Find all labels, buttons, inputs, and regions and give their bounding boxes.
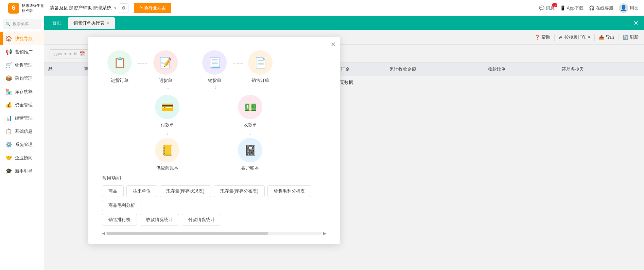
func-btn-payment-stat[interactable]: 付款情况统计 (182, 214, 221, 226)
logo-area: 6 畅康通好生意 标准版 (5, 3, 50, 14)
supplier-ledger-node[interactable]: 📒 供应商账本 (155, 138, 179, 171)
user-button[interactable]: 👤 用友 (619, 3, 639, 13)
search-button[interactable]: 🔍 搜索菜单 (3, 19, 41, 29)
func-buttons-row2: 销售排行榜 收款情况统计 付款情况统计 (102, 214, 326, 226)
app-container: 6 畅康通好生意 标准版 装备及固定资产辅助管理系统 ▾ ⚙ 体验行业方案 💬 … (0, 0, 644, 270)
avatar: 👤 (619, 3, 628, 13)
sidebar-search: 🔍 搜索菜单 (0, 16, 44, 32)
purchase-bill-circle: 📝 (153, 50, 178, 75)
popup-modal: ✕ 📋 进货订单 (88, 37, 340, 244)
func-btn-product[interactable]: 商品 (102, 185, 124, 197)
customer-ledger-node[interactable]: 📓 客户账本 (238, 138, 262, 171)
scroll-container: ◀ ▶ (102, 231, 326, 236)
scroll-left-arrow[interactable]: ◀ (102, 231, 105, 236)
func-btn-stock-dist[interactable]: 现存量(库存分布表) (214, 185, 265, 197)
message-badge: 5 (552, 3, 557, 7)
inventory-icon: 🏪 (5, 88, 12, 95)
content-area: 首页 销售订单执行表 × ✕ ❓ 帮助 🖨 按模板打印 ▾ (44, 16, 644, 270)
sidebar-item-purchase[interactable]: 📦 采购管理 (0, 72, 44, 85)
newbie-icon: 🎓 (5, 168, 12, 174)
func-buttons: 商品 往来单位 现存量(库存状况表) 现存量(库存分布表) 销售毛利分析表 商品… (102, 185, 326, 211)
app-download-button[interactable]: 📱 App下载 (560, 5, 584, 11)
func-btn-product-margin[interactable]: 商品毛利分析 (102, 200, 141, 211)
receipt-node[interactable]: 💵 收款单 (238, 95, 262, 128)
sidebar: 🔍 搜索菜单 🏠 快捷导航 📢 营销推广 🛒 销售管理 📦 采购管理 (0, 16, 44, 270)
settings-button[interactable]: ⚙ (119, 3, 128, 13)
system-name: 装备及固定资产辅助管理系统 (50, 5, 111, 11)
purchase-order-node[interactable]: 📋 进货订单 (107, 50, 132, 84)
business-icon: 📊 (5, 115, 12, 121)
finance-icon: 💰 (5, 102, 12, 108)
quick-nav-icon: 🏠 (5, 35, 12, 42)
func-btn-sales-margin[interactable]: 销售毛利分析表 (267, 185, 311, 197)
payment-node[interactable]: 💳 付款单 (155, 95, 179, 128)
system-title: 装备及固定资产辅助管理系统 ▾ ⚙ 体验行业方案 (50, 3, 539, 13)
scrollbar-track[interactable] (106, 232, 322, 235)
func-btn-stock-status[interactable]: 现存量(库存状况表) (160, 185, 211, 197)
message-button[interactable]: 💬 消息 5 (539, 5, 555, 11)
sales-bill-node[interactable]: 📃 销货单 (202, 50, 227, 84)
main-area: 🔍 搜索菜单 🏠 快捷导航 📢 营销推广 🛒 销售管理 📦 采购管理 (0, 16, 644, 270)
basic-icon: 📋 (5, 128, 12, 134)
chevron-down-icon[interactable]: ▾ (114, 6, 116, 11)
logo-text: 畅康通好生意 标准版 (22, 3, 44, 13)
receipt-label: 收款单 (244, 122, 257, 128)
sidebar-item-newbie[interactable]: 🎓 新手引导 (0, 164, 44, 178)
sidebar-item-business[interactable]: 📊 经营管理 (0, 111, 44, 125)
sales-icon: 🛒 (5, 62, 12, 68)
func-btn-receipt-stat[interactable]: 收款情况统计 (140, 214, 179, 226)
supplier-ledger-label: 供应商账本 (156, 165, 178, 171)
sales-order-node[interactable]: 📄 销售订单 (248, 50, 273, 84)
supplier-ledger-circle: 📒 (155, 138, 179, 162)
marketing-icon: 📢 (5, 49, 12, 55)
online-service-button[interactable]: 🎧 在线客服 (589, 5, 613, 11)
search-icon: 🔍 (5, 22, 11, 26)
cooperation-icon: 🤝 (5, 155, 12, 161)
func-btn-counterparty[interactable]: 往来单位 (126, 185, 157, 197)
payment-circle: 💳 (155, 95, 179, 119)
purchase-order-label: 进货订单 (111, 77, 128, 84)
sales-bill-circle: 📃 (202, 50, 227, 75)
common-func-title: 常用功能 (102, 175, 326, 181)
common-functions: 常用功能 商品 往来单位 现存量(库存状况表) 现存量(库存分布表) 销售毛利分… (102, 175, 326, 226)
sidebar-item-inventory[interactable]: 🏪 库存核算 (0, 85, 44, 98)
scroll-right-arrow[interactable]: ▶ (323, 231, 326, 236)
sidebar-item-system[interactable]: ⚙️ 系统管理 (0, 138, 44, 151)
sidebar-item-finance[interactable]: 💰 资金管理 (0, 98, 44, 111)
scrollbar-thumb[interactable] (106, 232, 268, 235)
sidebar-item-basic[interactable]: 📋 基础信息 (0, 125, 44, 138)
purchase-icon: 📦 (5, 75, 12, 82)
purchase-bill-node[interactable]: 📝 进货单 (153, 50, 178, 84)
popup-overlay: ✕ 📋 进货订单 (44, 16, 644, 270)
customer-ledger-label: 客户账本 (241, 165, 259, 171)
purchase-order-circle: 📋 (107, 50, 132, 75)
sidebar-item-cooperation[interactable]: 🤝 企业协同 (0, 151, 44, 164)
logo-icon: 6 (8, 3, 19, 14)
payment-label: 付款单 (161, 122, 174, 128)
app-icon: 📱 (560, 5, 565, 11)
receipt-circle: 💵 (238, 95, 262, 119)
sidebar-item-quick-nav[interactable]: 🏠 快捷导航 (0, 32, 44, 45)
func-btn-sales-rank[interactable]: 销售排行榜 (102, 214, 137, 226)
sidebar-item-marketing[interactable]: 📢 营销推广 (0, 45, 44, 58)
trial-button[interactable]: 体验行业方案 (134, 3, 171, 13)
top-bar: 6 畅康通好生意 标准版 装备及固定资产辅助管理系统 ▾ ⚙ 体验行业方案 💬 … (0, 0, 644, 16)
sidebar-item-sales[interactable]: 🛒 销售管理 (0, 58, 44, 72)
message-icon: 💬 (539, 5, 544, 11)
purchase-bill-label: 进货单 (159, 77, 172, 84)
system-icon: ⚙️ (5, 141, 12, 148)
top-bar-right: 💬 消息 5 📱 App下载 🎧 在线客服 👤 用友 (539, 3, 639, 13)
customer-ledger-circle: 📓 (238, 138, 262, 162)
sales-order-label: 销售订单 (251, 77, 269, 84)
sales-order-circle: 📄 (248, 50, 273, 75)
service-icon: 🎧 (589, 5, 594, 11)
popup-close-button[interactable]: ✕ (331, 41, 336, 48)
sales-bill-label: 销货单 (208, 77, 221, 84)
